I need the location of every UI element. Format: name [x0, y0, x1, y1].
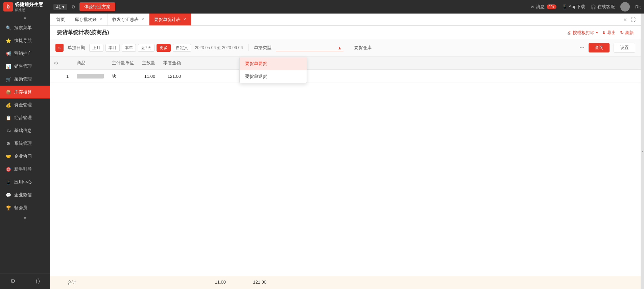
- right-collapse-bar[interactable]: ›: [641, 14, 644, 289]
- gear-icon[interactable]: ⚙: [71, 4, 75, 9]
- tab-home[interactable]: 首页: [51, 14, 70, 25]
- phone-icon: 📱: [562, 4, 567, 9]
- sidebar-label-purchase: 采购管理: [14, 76, 32, 82]
- sidebar-label-wechat: 企业微信: [14, 192, 32, 198]
- chevron-down-icon: ▾: [62, 4, 65, 9]
- row-product-blurred: [77, 74, 104, 79]
- sidebar-label-system: 系统管理: [14, 140, 32, 147]
- sidebar-item-guide[interactable]: 🎯 新手引导: [0, 163, 50, 176]
- tab-order-stats-close[interactable]: ✕: [183, 17, 186, 22]
- refresh-btn[interactable]: ↻ 刷新: [620, 30, 634, 36]
- footer-label: 合计: [54, 280, 149, 286]
- row-amount: 121.00: [159, 70, 185, 83]
- row-settings: [50, 70, 62, 83]
- tab-recv-summary[interactable]: 收发存汇总表 ✕: [108, 14, 149, 25]
- dropdown-item-return[interactable]: 要货单退货: [240, 70, 307, 83]
- tab-recv-summary-close[interactable]: ✕: [141, 17, 144, 22]
- sidebar-label-sales: 销售管理: [14, 63, 32, 69]
- tab-order-stats[interactable]: 要货单统计表 ✕: [149, 14, 191, 25]
- query-btn[interactable]: 查询: [589, 43, 610, 52]
- type-dropdown-arrow[interactable]: ▲: [337, 45, 342, 50]
- date-more-btn[interactable]: 更多: [157, 44, 171, 52]
- row-product: [73, 70, 108, 83]
- trophy-icon: 🏆: [5, 205, 11, 211]
- target-icon: 🎯: [5, 166, 11, 172]
- top-header: b 畅捷通好生意 标准版 41 ▾ ⚙ 体验行业方案 ✉ 消息 99+ 📱 Ap…: [0, 0, 644, 14]
- headset-icon: 🎧: [591, 4, 596, 9]
- tab-inventory-batch-label: 库存批次账: [75, 17, 97, 23]
- handshake-icon: 🤝: [5, 153, 11, 159]
- sidebar-label-appcenter: 应用中心: [14, 179, 32, 185]
- sidebar-collapse-btn[interactable]: ⟨⟩: [34, 276, 42, 286]
- page-title: 要货单统计表(按商品): [57, 29, 109, 36]
- tab-inventory-batch-close[interactable]: ✕: [99, 17, 102, 22]
- data-table: ⚙ 商品 主计量单位 主数量 零售金额 1: [50, 57, 641, 83]
- date-curr-year-btn[interactable]: 本年: [122, 44, 136, 52]
- sidebar-label-basic: 基础信息: [14, 128, 32, 134]
- online-service-label: 在线客服: [597, 4, 615, 10]
- clipboard-icon: 📋: [5, 115, 11, 121]
- footer-spacer: [149, 280, 189, 286]
- page-actions: 🖨 按模板打印 ▾ ⬇ 导出 ↻ 刷新: [567, 30, 634, 36]
- sidebar-item-quicknav[interactable]: ⭐ 快捷导航: [0, 34, 50, 47]
- col-header-settings[interactable]: ⚙: [50, 57, 62, 70]
- tab-inventory-batch[interactable]: 库存批次账 ✕: [70, 14, 108, 25]
- sidebar-item-member[interactable]: 🏆 畅会员: [0, 201, 50, 214]
- app-download-btn[interactable]: 📱 App下载: [562, 4, 585, 10]
- settings-filter-btn[interactable]: 设置: [614, 43, 635, 53]
- sidebar-label-guide: 新手引导: [14, 166, 32, 172]
- sidebar-scroll-up[interactable]: ▲: [0, 14, 50, 21]
- sidebar-item-search[interactable]: 🔍 搜索菜单: [0, 21, 50, 34]
- date-prev-month-btn[interactable]: 上月: [89, 44, 103, 52]
- dropdown-order-label: 要货单要货: [245, 61, 267, 66]
- row-unit: 块: [108, 70, 138, 83]
- date-curr-month-btn[interactable]: 本月: [105, 44, 120, 52]
- type-label: 单据类型: [254, 45, 271, 51]
- store-name: 41: [56, 4, 61, 9]
- sidebar-item-marketing[interactable]: 📢 营销推广: [0, 47, 50, 60]
- print-template-btn[interactable]: 🖨 按模板打印 ▾: [567, 30, 598, 36]
- sidebar-label-search: 搜索菜单: [14, 25, 32, 31]
- date-7days-btn[interactable]: 近7天: [138, 44, 154, 52]
- type-dropdown: 要货单要货 要货单退货: [239, 57, 307, 83]
- export-btn[interactable]: ⬇ 导出: [602, 30, 616, 36]
- message-icon: ✉: [531, 4, 534, 9]
- online-service-btn[interactable]: 🎧 在线客服: [591, 4, 615, 10]
- col-header-amount: 零售金额: [159, 57, 185, 70]
- cart-icon: 🛒: [5, 76, 11, 82]
- sidebar-item-coop[interactable]: 🤝 企业协同: [0, 150, 50, 163]
- industry-btn[interactable]: 体验行业方案: [79, 2, 115, 11]
- printer-icon: 🖨: [567, 30, 571, 35]
- export-label: 导出: [607, 30, 616, 36]
- filter-expand-btn[interactable]: »: [55, 44, 64, 52]
- avatar[interactable]: [620, 2, 630, 12]
- main-layout: ▲ 🔍 搜索菜单 ⭐ 快捷导航 📢 营销推广 📊 销售管理 🛒 采购管理 📦 库…: [0, 14, 644, 289]
- col-header-unit: 主计量单位: [108, 57, 138, 70]
- sidebar-item-purchase[interactable]: 🛒 采购管理: [0, 73, 50, 86]
- sidebar-scroll-down[interactable]: ▼: [0, 214, 50, 222]
- export-icon: ⬇: [602, 30, 606, 35]
- sidebar-item-sales[interactable]: 📊 销售管理: [0, 60, 50, 73]
- dropdown-item-order[interactable]: 要货单要货: [240, 57, 307, 70]
- sidebar-item-basic[interactable]: 🗂 基础信息: [0, 124, 50, 137]
- store-selector[interactable]: 41 ▾: [53, 4, 67, 10]
- sidebar-item-system[interactable]: ⚙ 系统管理: [0, 137, 50, 150]
- sidebar-item-finance[interactable]: 💰 资金管理: [0, 98, 50, 111]
- row-qty: 11.00: [138, 70, 159, 83]
- app-name: 畅捷通好生意: [15, 1, 43, 7]
- tab-close-all-btn[interactable]: ✕: [622, 16, 628, 23]
- star-icon: ⭐: [5, 38, 11, 44]
- warehouse-label: 要货仓库: [354, 45, 372, 51]
- date-custom-btn[interactable]: 自定义: [173, 44, 191, 52]
- mobile-icon: 📱: [5, 179, 11, 185]
- filter-more-btn[interactable]: ···: [579, 44, 585, 51]
- sidebar-item-appcenter[interactable]: 📱 应用中心: [0, 176, 50, 188]
- sidebar-item-wechat[interactable]: 💬 企业微信: [0, 188, 50, 201]
- sidebar-item-inventory[interactable]: 📦 库存核算: [0, 86, 50, 98]
- type-input[interactable]: [276, 44, 343, 51]
- sidebar-item-operation[interactable]: 📋 经营管理: [0, 111, 50, 124]
- messages-btn[interactable]: ✉ 消息 99+: [531, 4, 556, 10]
- sidebar-settings-btn[interactable]: ⚙: [9, 276, 17, 286]
- content-area: 首页 库存批次账 ✕ 收发存汇总表 ✕ 要货单统计表 ✕ ✕ ⛶ 要: [50, 14, 641, 289]
- tab-expand-btn[interactable]: ⛶: [630, 16, 637, 23]
